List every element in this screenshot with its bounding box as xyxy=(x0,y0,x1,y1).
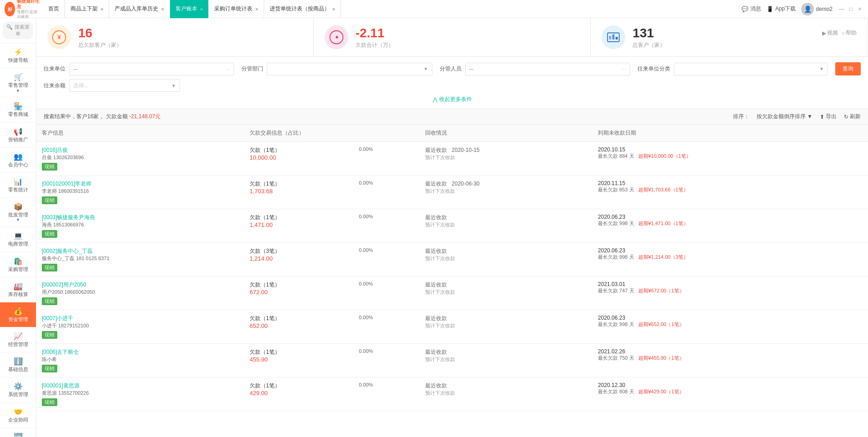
sidebar-item-finance[interactable]: 💰 资金管理 xyxy=(0,302,36,327)
total-debt-label: 欠款合计（万） xyxy=(356,41,580,49)
customer-id[interactable]: [000001]黄思源 xyxy=(42,382,239,390)
stat-card-total-customers: 131 总客户（家） ▶ 视频 ○ 帮助 xyxy=(591,18,868,56)
tab-close-products-off[interactable]: × xyxy=(100,6,103,12)
customer-id[interactable]: [0007]小进千 xyxy=(42,315,239,322)
finance-icon: 💰 xyxy=(14,307,23,316)
batch-mgmt-icon: 📦 xyxy=(14,202,23,211)
sidebar-item-basic-info[interactable]: ℹ️ 基础信息 xyxy=(0,352,36,377)
tab-close-production-history[interactable]: × xyxy=(161,6,164,12)
next-pay: 预计下次收款 xyxy=(425,289,587,296)
overdue-amount[interactable]: 超期¥672.00（1笔） xyxy=(638,288,684,293)
debt-count: 欠款（1笔） xyxy=(250,348,348,356)
sidebar-item-retail-mgmt[interactable]: 🛒 零售管理 ▲ xyxy=(0,68,36,97)
close-btn[interactable]: × xyxy=(856,5,863,13)
sidebar-item-operations[interactable]: 📈 经营管理 xyxy=(0,327,36,352)
customer-id[interactable]: [0006]去下粮仓 xyxy=(42,348,239,356)
total-debt-value: -2.11 xyxy=(356,26,580,40)
retail-mall-icon: 🏪 xyxy=(14,102,23,111)
overdue-amount[interactable]: 超期¥1,471.00（1笔） xyxy=(638,221,688,226)
export-btn[interactable]: ⬆ 导出 xyxy=(820,113,837,121)
customer-phone: 小进千 18279152100 xyxy=(42,322,239,329)
tab-customer-account[interactable]: 客户账本 × xyxy=(170,0,209,18)
person-label: 分管人员 xyxy=(440,65,462,73)
customer-phone: 黄思源 13552700226 xyxy=(42,390,239,397)
sidebar-item-system[interactable]: ⚙️ 系统管理 xyxy=(0,377,36,402)
tab-close-customer-account[interactable]: × xyxy=(200,6,203,12)
sidebar-item-fast-nav[interactable]: ⚡ 快捷导航 xyxy=(0,43,36,68)
table-row: [0002]服务中心_丁磊 服务中心_丁磊 181 0125 8371 现销 欠… xyxy=(36,243,868,276)
th-customer-info: 客户信息 xyxy=(36,125,244,142)
tab-close-stock-stats[interactable]: × xyxy=(332,6,335,12)
sidebar: 🔍 搜索菜单 ⚡ 快捷导航 🛒 零售管理 ▲ 🏪 零售商城 📢 营销推广 xyxy=(0,18,36,437)
sidebar-item-enterprise-collab[interactable]: 🤝 企业协同 xyxy=(0,403,36,428)
td-percent: 0.00% xyxy=(353,377,420,411)
overdue-amount[interactable]: 超期¥1,703.68（1笔） xyxy=(638,187,688,192)
customer-id[interactable]: [0003]畅捷服务尹海燕 xyxy=(42,214,239,221)
balance-select[interactable]: 选择... ▼ xyxy=(69,79,180,92)
member-icon: 👥 xyxy=(14,152,23,161)
logo-icon: 好 xyxy=(5,2,15,16)
refresh-btn[interactable]: ↻ 刷新 xyxy=(844,113,861,121)
sidebar-item-member[interactable]: 👥 会员中心 xyxy=(0,148,36,173)
td-overdue: 2020.06.23 最长欠款 998 天 超期¥1,471.00（1笔） xyxy=(592,209,868,243)
overdue-amount[interactable]: 超期¥455.90（1笔） xyxy=(638,355,684,361)
video-btn[interactable]: ▶ 视频 xyxy=(822,29,838,37)
debt-percent: 0.00% xyxy=(359,247,414,253)
overdue-amount[interactable]: 超期¥429.00（1笔） xyxy=(638,389,684,394)
table-row: [0001020001]李老师 李老师 18600391516 现销 欠款（1笔… xyxy=(36,176,868,209)
maximize-btn[interactable]: □ xyxy=(847,5,854,13)
next-pay: 预计下次收款 xyxy=(425,356,587,363)
stat-card-debt-customers: ¥ 16 总欠款客户（家） xyxy=(36,18,314,56)
td-percent: 0.00% xyxy=(353,243,420,276)
customer-id[interactable]: [0001020001]李老师 xyxy=(42,180,239,188)
td-overdue: 2020.11.15 最长欠款 853 天 超期¥1,703.68（1笔） xyxy=(592,176,868,209)
td-collection: 最近收款 2020-06-30 预计下次收款 xyxy=(420,176,592,209)
basic-info-icon: ℹ️ xyxy=(14,357,23,366)
sidebar-item-retail-mall[interactable]: 🏪 零售商城 xyxy=(0,97,36,122)
sort-select[interactable]: 按欠款金额倒序排序 ▼ xyxy=(757,113,813,121)
overdue-amount[interactable]: 超期¥10,000.00（1笔） xyxy=(638,153,691,159)
query-button[interactable]: 查询 xyxy=(835,62,861,75)
message-btn[interactable]: 💬 消息 xyxy=(742,5,761,13)
tab-stock-stats[interactable]: 进货单统计表（按商品） × xyxy=(264,0,341,18)
customer-phone: 服务中心_丁磊 181 0125 8371 xyxy=(42,255,239,262)
latest-pay: 最近收款 xyxy=(425,382,587,390)
next-pay: 预计下次收款 xyxy=(425,154,587,161)
td-percent: 0.00% xyxy=(353,344,420,377)
collapse-btn[interactable]: ⋀ 收起更多条件 xyxy=(44,95,861,103)
search-menu-btn[interactable]: 🔍 搜索菜单 xyxy=(3,22,33,39)
tab-purchase-order[interactable]: 采购订单统计表 × xyxy=(209,0,264,18)
tab-production-history[interactable]: 产成品入库单历史 × xyxy=(109,0,170,18)
source-category-select[interactable]: ▼ xyxy=(674,63,828,75)
source-unit-input[interactable]: ··· xyxy=(69,63,234,75)
table-row: [0016]吕俊 吕俊 13026203696 现销 欠款（1笔） 10,000… xyxy=(36,142,868,176)
tab-home[interactable]: 首页 xyxy=(43,0,65,18)
user-profile[interactable]: 👤 demo2 xyxy=(801,3,833,15)
sidebar-item-marketing[interactable]: 📢 营销推广 xyxy=(0,123,36,148)
sidebar-item-ecommerce[interactable]: 💻 电商管理 xyxy=(0,227,36,252)
sidebar-item-inventory[interactable]: 🏭 库存核算 xyxy=(0,277,36,302)
debt-percent: 0.00% xyxy=(359,382,414,387)
person-input[interactable]: ··· xyxy=(465,63,630,75)
dept-select[interactable]: ▼ xyxy=(267,63,432,75)
sidebar-item-new-guide[interactable]: 🆕 新手引导 xyxy=(0,428,36,437)
customer-id[interactable]: [0016]吕俊 xyxy=(42,146,239,154)
app-download-btn[interactable]: 📱 App下载 xyxy=(767,5,796,13)
sidebar-item-retail-stats[interactable]: 📊 零售统计 xyxy=(0,173,36,198)
sidebar-item-batch-mgmt[interactable]: 📦 批发管理 ▼ xyxy=(0,198,36,227)
help-btn[interactable]: ○ 帮助 xyxy=(842,29,857,37)
overdue-amount[interactable]: 超期¥1,214.00（3笔） xyxy=(638,254,688,260)
overdue-days: 最长欠款 750 天 超期¥455.90（1笔） xyxy=(598,355,863,362)
customer-id[interactable]: [0002]服务中心_丁磊 xyxy=(42,247,239,255)
td-customer-info: [0016]吕俊 吕俊 13026203696 现销 xyxy=(36,142,244,176)
customer-id[interactable]: [000002]用户2050 xyxy=(42,281,239,289)
tab-close-purchase-order[interactable]: × xyxy=(255,6,258,12)
due-date: 2020.06.23 xyxy=(598,214,863,220)
sidebar-item-purchase[interactable]: 🛍️ 采购管理 xyxy=(0,252,36,277)
latest-pay: 最近收款 xyxy=(425,247,587,255)
td-percent: 0.00% xyxy=(353,142,420,176)
overdue-amount[interactable]: 超期¥652.00（1笔） xyxy=(638,321,684,327)
tab-products-off[interactable]: 商品上下架 × xyxy=(65,0,109,18)
logo-text: 畅捷通好生意 xyxy=(17,0,41,10)
minimize-btn[interactable]: — xyxy=(838,5,845,13)
